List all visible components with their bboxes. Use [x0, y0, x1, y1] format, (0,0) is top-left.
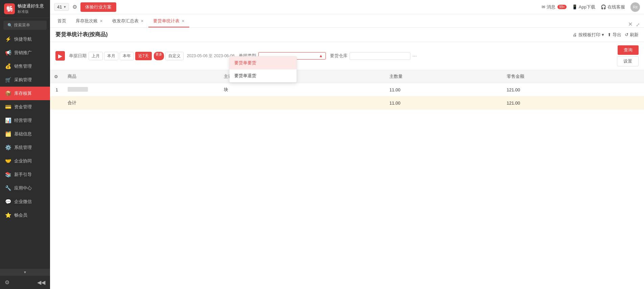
collab-icon: 🤝 [5, 158, 11, 164]
sidebar-item-label: 基础信息 [14, 131, 32, 137]
sidebar-item-apps[interactable]: 🔧 应用中心 [0, 181, 50, 195]
row-unit: 块 [220, 83, 385, 96]
expand-tabs-icon[interactable]: ⤢ [635, 22, 641, 27]
last-7days-btn[interactable]: 近7天 [135, 52, 152, 60]
row-product [64, 83, 220, 96]
print-icon: 🖨 [573, 32, 577, 37]
logo-name: 畅捷通好生意 [18, 3, 44, 9]
sidebar-item-label: 畅会员 [14, 212, 27, 218]
custom-date-btn[interactable]: 自定义 [165, 52, 184, 60]
tab-home[interactable]: 首页 [53, 15, 71, 27]
col-quantity: 主数量 [385, 70, 503, 83]
tab-receivable-summary-close[interactable]: ✕ [141, 19, 144, 23]
tab-receivable-summary-label: 收发存汇总表 [112, 18, 139, 24]
sidebar-item-label: 资金管理 [14, 104, 32, 110]
sidebar-search[interactable]: 🔍 搜索菜单 [3, 21, 47, 30]
sidebar-item-operation[interactable]: 📊 经营管理 [0, 114, 50, 127]
service-icon: 🎧 [601, 4, 606, 9]
sidebar-item-basic[interactable]: 🗂️ 基础信息 [0, 127, 50, 141]
sidebar-item-wechat[interactable]: 💬 企业微信 [0, 195, 50, 208]
topbar: 41 ▾ ⚙ 体验行业方案 ✉ 消息 99+ 📱 App下载 🎧 在线客服 Ri… [50, 0, 644, 14]
refresh-btn[interactable]: ↺ 刷新 [625, 32, 639, 38]
sidebar-logo: 畅 畅捷通好生意 标准版 [0, 0, 50, 18]
query-btn[interactable]: 查询 [618, 45, 639, 55]
app-download-label: App下载 [579, 4, 595, 10]
online-service-btn[interactable]: 🎧 在线客服 [601, 4, 625, 10]
sidebar-item-label: 快捷导航 [14, 36, 32, 42]
settings-icon[interactable]: ⚙ [5, 279, 9, 286]
export-icon: ⬆ [607, 32, 611, 37]
date-label: 单据日期 [69, 53, 87, 59]
this-year-btn[interactable]: 本年 [120, 52, 134, 60]
page: 要货单统计表(按商品) 🖨 按模板打印 ▾ ⬆ 导出 ↺ 刷新 [50, 28, 644, 289]
quick-nav-icon: ⚡ [5, 36, 11, 43]
col-product: 商品 [64, 70, 220, 83]
footer-label: 合计 [64, 96, 220, 110]
message-btn[interactable]: ✉ 消息 99+ [542, 4, 567, 10]
expand-icon: ▶ [58, 53, 62, 59]
sidebar-item-label: 系统管理 [14, 144, 32, 151]
filter-bar: ▶ 单据日期 上月 本月 本年 近7天 更多 自定义 2023-05-06 至 … [50, 42, 644, 70]
print-dropdown-icon: ▾ [602, 32, 604, 37]
message-label: 消息 [547, 4, 555, 10]
tab-order-stats[interactable]: 要货单统计表 ✕ [148, 15, 189, 27]
sidebar-item-quick-nav[interactable]: ⚡ 快捷导航 [0, 32, 50, 46]
company-selector[interactable]: 41 ▾ [54, 3, 69, 11]
set-btn[interactable]: 设置 [617, 56, 639, 66]
sidebar-item-member[interactable]: ⭐ 畅会员 [0, 208, 50, 222]
filter-expand-btn[interactable]: ▶ [55, 51, 65, 61]
data-table: ⚙ 商品 主计量单位 主数量 零售金额 1 [50, 70, 644, 110]
type-dropdown-overlay: 要货单要货 要货单退货 [229, 56, 297, 83]
sidebar-item-label: 新手引导 [14, 172, 32, 178]
date-filter-section: 单据日期 上月 本月 本年 近7天 更多 自定义 2023-05-06 至 20… [69, 52, 235, 60]
sidebar-scroll-down[interactable]: ▼ [0, 269, 50, 275]
topbar-gear-icon[interactable]: ⚙ [72, 4, 77, 10]
collapse-icon[interactable]: ◀◀ [37, 279, 45, 286]
user-avatar[interactable]: Rit [630, 2, 640, 12]
sidebar-item-label: 企业协同 [14, 158, 32, 164]
apps-icon: 🔧 [5, 185, 11, 192]
logo-sub: 标准版 [18, 9, 44, 14]
footer-quantity: 11.00 [385, 96, 503, 110]
warehouse-input[interactable] [350, 52, 410, 60]
col-amount: 零售金额 [503, 70, 644, 83]
app-icon: 📱 [572, 4, 577, 9]
sidebar-item-sales[interactable]: 💰 销售管理 [0, 60, 50, 73]
tab-inventory-batch[interactable]: 库存批次账 ✕ [71, 15, 108, 27]
tab-inventory-batch-close[interactable]: ✕ [100, 19, 103, 23]
logo-icon: 畅 [4, 3, 15, 14]
footer-unit-empty [220, 96, 385, 110]
sidebar-item-inventory[interactable]: 📦 库存核算 [0, 87, 50, 100]
tab-order-stats-close[interactable]: ✕ [182, 19, 185, 23]
app-download-btn[interactable]: 📱 App下载 [572, 4, 595, 10]
close-all-tabs-btn[interactable]: ✕ [626, 21, 635, 27]
member-icon: ⭐ [5, 212, 11, 219]
warehouse-more-icon[interactable]: ⋯ [412, 53, 417, 59]
tab-receivable-summary[interactable]: 收发存汇总表 ✕ [108, 15, 148, 27]
sidebar-item-system[interactable]: ⚙️ 系统管理 [0, 141, 50, 154]
footer-amount: 121.00 [503, 96, 644, 110]
sidebar-item-guide[interactable]: 📚 新手引导 [0, 168, 50, 181]
guide-icon: 📚 [5, 171, 11, 178]
print-btn[interactable]: 🖨 按模板打印 ▾ [573, 32, 604, 38]
sidebar-item-marketing[interactable]: 📢 营销推广 [0, 46, 50, 60]
more-date-badge[interactable]: 更多 [154, 52, 164, 60]
refresh-label: 刷新 [630, 32, 639, 38]
sidebar-item-purchase[interactable]: 🛒 采购管理 [0, 73, 50, 87]
sidebar-item-collab[interactable]: 🤝 企业协同 [0, 154, 50, 168]
export-btn[interactable]: ⬆ 导出 [607, 32, 621, 38]
main-area: 41 ▾ ⚙ 体验行业方案 ✉ 消息 99+ 📱 App下载 🎧 在线客服 Ri… [50, 0, 644, 289]
tab-inventory-batch-label: 库存批次账 [76, 18, 98, 24]
dropdown-item-order-return[interactable]: 要货单退货 [230, 69, 296, 82]
dropdown-item-order-purchase[interactable]: 要货单要货 [230, 57, 296, 69]
row-num: 1 [50, 83, 64, 96]
this-month-btn[interactable]: 本月 [104, 52, 118, 60]
trial-button[interactable]: 体验行业方案 [80, 2, 116, 12]
chevron-up-icon: ▲ [319, 53, 323, 58]
refresh-icon: ↺ [625, 32, 628, 37]
row-quantity: 11.00 [385, 83, 503, 96]
last-month-btn[interactable]: 上月 [89, 52, 103, 60]
sidebar-item-finance[interactable]: 💳 资金管理 [0, 100, 50, 114]
inventory-icon: 📦 [5, 90, 11, 97]
page-title: 要货单统计表(按商品) [55, 31, 108, 38]
